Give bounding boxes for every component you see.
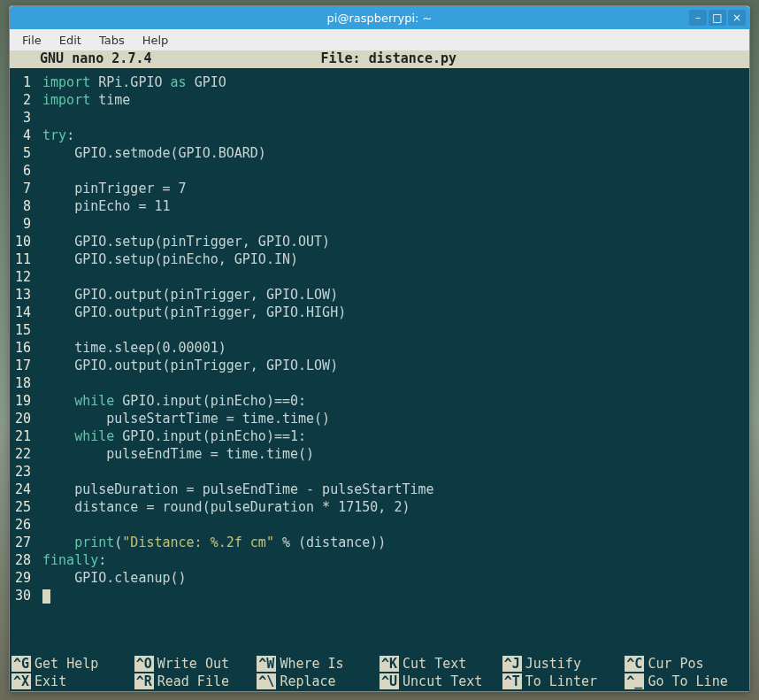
menu-edit[interactable]: Edit [52, 32, 88, 49]
code-line[interactable]: 3 [10, 109, 749, 127]
shortcut-item[interactable]: ^GGet Help [12, 656, 134, 672]
shortcut-label: Read File [154, 673, 229, 689]
titlebar[interactable]: pi@raspberrypi: ~ – □ × [10, 6, 749, 29]
shortcut-label: Write Out [154, 656, 229, 672]
menu-help[interactable]: Help [135, 32, 176, 49]
shortcut-key: ^O [134, 656, 154, 672]
shortcut-label: Justify [522, 656, 581, 672]
editor-area[interactable]: 1 import RPi.GPIO as GPIO2 import time3 … [10, 68, 749, 656]
shortcut-item[interactable]: ^OWrite Out [134, 656, 257, 672]
code-line[interactable]: 15 [10, 321, 749, 339]
code-line[interactable]: 14 GPIO.output(pinTrigger, GPIO.HIGH) [10, 304, 749, 321]
minimize-button[interactable]: – [689, 10, 707, 26]
nano-file-label: File: distance.py [152, 50, 626, 68]
line-number: 21 [10, 427, 34, 445]
shortcut-bar-row1: ^GGet Help^OWrite Out^WWhere Is^KCut Tex… [10, 656, 749, 673]
code-line[interactable]: 21 while GPIO.input(pinEcho)==1: [10, 427, 749, 445]
code-line[interactable]: 10 GPIO.setup(pinTrigger, GPIO.OUT) [10, 233, 749, 250]
maximize-button[interactable]: □ [709, 10, 726, 26]
shortcut-label: Get Help [31, 656, 98, 672]
nano-header: GNU nano 2.7.4 File: distance.py [10, 50, 749, 68]
line-number: 25 [10, 498, 34, 516]
code-line[interactable]: 12 [10, 268, 749, 286]
code-content [34, 162, 42, 180]
code-content [34, 516, 42, 534]
line-number: 6 [10, 162, 34, 180]
code-content: try: [34, 127, 74, 144]
shortcut-item[interactable]: ^\Replace [257, 673, 380, 689]
menu-file[interactable]: File [15, 32, 49, 49]
shortcut-key: ^X [12, 673, 31, 689]
code-content [34, 587, 50, 604]
code-line[interactable]: 13 GPIO.output(pinTrigger, GPIO.LOW) [10, 286, 749, 304]
code-content: while GPIO.input(pinEcho)==0: [34, 392, 306, 410]
code-line[interactable]: 8 pinEcho = 11 [10, 197, 749, 215]
code-line[interactable]: 19 while GPIO.input(pinEcho)==0: [10, 392, 749, 410]
code-line[interactable]: 1 import RPi.GPIO as GPIO [10, 73, 749, 91]
code-content: pulseStartTime = time.time() [34, 410, 330, 427]
code-line[interactable]: 11 GPIO.setup(pinEcho, GPIO.IN) [10, 250, 749, 268]
shortcut-item[interactable]: ^XExit [12, 673, 134, 689]
line-number: 14 [10, 304, 34, 321]
shortcut-item[interactable]: ^_Go To Line [625, 673, 748, 689]
window-controls: – □ × [689, 6, 746, 29]
shortcut-label: Exit [31, 673, 66, 689]
code-line[interactable]: 16 time.sleep(0.00001) [10, 339, 749, 357]
code-content [34, 374, 42, 392]
line-number: 27 [10, 534, 34, 551]
line-number: 20 [10, 410, 34, 427]
code-line[interactable]: 9 [10, 215, 749, 233]
code-line[interactable]: 22 pulseEndTime = time.time() [10, 445, 749, 463]
code-line[interactable]: 26 [10, 516, 749, 534]
nano-version: GNU nano 2.7.4 [10, 50, 152, 68]
code-line[interactable]: 29 GPIO.cleanup() [10, 569, 749, 587]
code-content: import time [34, 91, 130, 109]
code-line[interactable]: 7 pinTrigger = 7 [10, 180, 749, 197]
code-line[interactable]: 24 pulseDuration = pulseEndTime - pulseS… [10, 481, 749, 498]
code-content [34, 268, 42, 286]
code-line[interactable]: 25 distance = round(pulseDuration * 1715… [10, 498, 749, 516]
code-line[interactable]: 23 [10, 463, 749, 481]
shortcut-item[interactable]: ^WWhere Is [257, 656, 380, 672]
shortcut-key: ^G [12, 656, 31, 672]
cursor [42, 589, 50, 604]
code-content: GPIO.setup(pinTrigger, GPIO.OUT) [34, 233, 330, 250]
shortcut-item[interactable]: ^JJustify [502, 656, 625, 672]
code-line[interactable]: 18 [10, 374, 749, 392]
line-number: 4 [10, 127, 34, 144]
code-content: distance = round(pulseDuration * 17150, … [34, 498, 410, 516]
code-line[interactable]: 28 finally: [10, 551, 749, 569]
terminal-area[interactable]: GNU nano 2.7.4 File: distance.py 1 impor… [10, 50, 749, 691]
shortcut-item[interactable]: ^KCut Text [380, 656, 502, 672]
code-content: import RPi.GPIO as GPIO [34, 73, 226, 91]
code-line[interactable]: 17 GPIO.output(pinTrigger, GPIO.LOW) [10, 357, 749, 374]
line-number: 17 [10, 357, 34, 374]
menu-tabs[interactable]: Tabs [92, 32, 132, 49]
line-number: 5 [10, 144, 34, 162]
line-number: 11 [10, 250, 34, 268]
code-line[interactable]: 5 GPIO.setmode(GPIO.BOARD) [10, 144, 749, 162]
code-content: GPIO.output(pinTrigger, GPIO.LOW) [34, 357, 338, 374]
shortcut-item[interactable]: ^TTo Linter [502, 673, 625, 689]
shortcut-key: ^U [380, 673, 399, 689]
shortcut-key: ^\ [257, 673, 276, 689]
code-content: GPIO.setmode(GPIO.BOARD) [34, 144, 266, 162]
code-line[interactable]: 6 [10, 162, 749, 180]
code-content: finally: [34, 551, 106, 569]
close-button[interactable]: × [728, 10, 746, 26]
shortcut-label: Where Is [276, 656, 343, 672]
code-line[interactable]: 30 [10, 587, 749, 604]
shortcut-item[interactable]: ^CCur Pos [625, 656, 748, 672]
line-number: 29 [10, 569, 34, 587]
code-line[interactable]: 4 try: [10, 127, 749, 144]
code-line[interactable]: 27 print("Distance: %.2f cm" % (distance… [10, 534, 749, 551]
shortcut-key: ^W [257, 656, 276, 672]
shortcut-label: Cut Text [399, 656, 466, 672]
shortcut-item[interactable]: ^UUncut Text [380, 673, 502, 689]
line-number: 18 [10, 374, 34, 392]
code-line[interactable]: 20 pulseStartTime = time.time() [10, 410, 749, 427]
shortcut-item[interactable]: ^RRead File [134, 673, 257, 689]
code-line[interactable]: 2 import time [10, 91, 749, 109]
code-content: GPIO.setup(pinEcho, GPIO.IN) [34, 250, 298, 268]
line-number: 7 [10, 180, 34, 197]
